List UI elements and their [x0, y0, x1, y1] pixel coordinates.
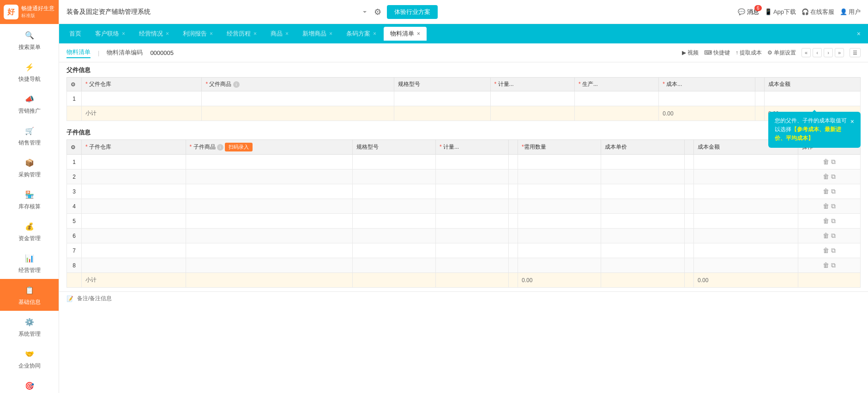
parent-warehouse-cell[interactable] [82, 91, 202, 106]
delete-row-btn[interactable]: 🗑 [823, 158, 829, 166]
child-unit-cell[interactable] [436, 155, 509, 169]
child-totalcost-cell[interactable] [693, 155, 798, 169]
sidebar-item-quicknav[interactable]: ⚡ 快捷导航 [0, 56, 59, 88]
child-product-cell[interactable] [186, 214, 352, 229]
child-th-settings[interactable]: ⚙ [67, 140, 82, 155]
child-unit-cell[interactable] [436, 214, 509, 229]
sidebar-item-finance[interactable]: 💰 资金管理 [0, 215, 59, 247]
child-warehouse-cell[interactable] [82, 229, 186, 243]
child-qty-cell[interactable] [518, 184, 601, 199]
parent-prod-cell[interactable] [574, 91, 658, 106]
child-qty-cell[interactable] [518, 169, 601, 184]
delete-row-btn[interactable]: 🗑 [823, 173, 829, 181]
delete-row-btn[interactable]: 🗑 [823, 217, 829, 225]
child-unit-cell[interactable] [436, 229, 509, 243]
child-info-icon[interactable]: i [217, 144, 223, 151]
sidebar-item-purchase[interactable]: 📦 采购管理 [0, 151, 59, 183]
child-qty-cell[interactable] [518, 258, 601, 273]
close-customer-tab[interactable]: × [122, 30, 125, 37]
tab-home[interactable]: 首页 [63, 27, 88, 41]
sidebar-item-collaboration[interactable]: 🤝 企业协同 [0, 343, 59, 375]
child-unitprice-cell[interactable] [601, 199, 684, 214]
child-warehouse-cell[interactable] [82, 199, 186, 214]
child-totalcost-cell[interactable] [693, 229, 798, 243]
child-warehouse-cell[interactable] [82, 169, 186, 184]
close-all-tabs-btn[interactable]: × [853, 28, 864, 39]
extract-cost-btn[interactable]: ↑ 提取成本 [735, 49, 762, 57]
sidebar-item-sales[interactable]: 🛒 销售管理 [0, 120, 59, 151]
child-product-cell[interactable] [186, 155, 352, 169]
delete-row-btn[interactable]: 🗑 [823, 247, 829, 254]
copy-row-btn[interactable]: ⧉ [831, 187, 836, 195]
tab-barcode[interactable]: 条码方案 × [340, 27, 383, 41]
delete-row-btn[interactable]: 🗑 [823, 232, 829, 240]
prev-page-btn[interactable]: ‹ [813, 48, 822, 57]
copy-row-btn[interactable]: ⧉ [831, 261, 836, 269]
child-unitprice-cell[interactable] [601, 258, 684, 273]
child-spec-cell[interactable] [352, 169, 435, 184]
child-spec-cell[interactable] [352, 258, 435, 273]
child-spec-cell[interactable] [352, 155, 435, 169]
sidebar-item-marketing[interactable]: 📣 营销推广 [0, 88, 59, 120]
child-qty-cell[interactable] [518, 199, 601, 214]
tab-profit[interactable]: 利润报告 × [176, 27, 219, 41]
child-totalcost-cell[interactable] [693, 214, 798, 229]
sidebar-item-basic-info[interactable]: 📋 基础信息 [0, 279, 59, 311]
child-spec-cell[interactable] [352, 199, 435, 214]
parent-unit-cell[interactable] [490, 91, 574, 106]
parent-spec-cell[interactable] [394, 91, 490, 106]
child-warehouse-cell[interactable] [82, 243, 186, 258]
close-operations-tab[interactable]: × [166, 30, 169, 37]
copy-row-btn[interactable]: ⧉ [831, 173, 836, 181]
child-qty-cell[interactable] [518, 214, 601, 229]
shortcut-btn[interactable]: ⌨ 快捷键 [704, 49, 730, 57]
single-settings-btn[interactable]: ⚙ 单据设置 [767, 49, 796, 57]
child-qty-cell[interactable] [518, 155, 601, 169]
tab-customer[interactable]: 客户联络 × [89, 27, 132, 41]
tab-bom[interactable]: 物料清单 × [384, 27, 427, 41]
child-unitprice-cell[interactable] [601, 184, 684, 199]
sidebar-item-search[interactable]: 🔍 搜索菜单 [0, 24, 59, 56]
child-spec-cell[interactable] [352, 184, 435, 199]
child-unitprice-cell[interactable] [601, 243, 684, 258]
parent-product-cell[interactable] [202, 91, 394, 106]
parent-cost-cell[interactable] [659, 91, 755, 106]
child-unit-cell[interactable] [436, 243, 509, 258]
child-totalcost-cell[interactable] [693, 169, 798, 184]
child-unit-cell[interactable] [436, 169, 509, 184]
copy-row-btn[interactable]: ⧉ [831, 202, 836, 210]
child-product-cell[interactable] [186, 169, 352, 184]
child-spec-cell[interactable] [352, 243, 435, 258]
child-unitprice-cell[interactable] [601, 155, 684, 169]
sidebar-item-guide[interactable]: 🎯 新手引导 [0, 375, 59, 393]
trial-btn[interactable]: 体验行业方案 [387, 5, 438, 19]
delete-row-btn[interactable]: 🗑 [823, 261, 829, 269]
child-unitprice-cell[interactable] [601, 169, 684, 184]
copy-row-btn[interactable]: ⧉ [831, 217, 836, 225]
sidebar-item-inventory[interactable]: 🏪 库存核算 [0, 183, 59, 215]
child-product-cell[interactable] [186, 243, 352, 258]
close-history-tab[interactable]: × [253, 30, 257, 37]
tooltip-close-btn[interactable]: × [850, 116, 854, 127]
parent-costamt-cell[interactable] [764, 91, 860, 106]
settings-gear-icon[interactable]: ⚙ [374, 7, 381, 17]
child-unitprice-cell[interactable] [601, 229, 684, 243]
info-icon[interactable]: i [233, 81, 240, 88]
app-download-btn[interactable]: 📱 App下载 [765, 8, 796, 16]
child-spec-cell[interactable] [352, 214, 435, 229]
copy-row-btn[interactable]: ⧉ [831, 158, 836, 166]
child-unit-cell[interactable] [436, 258, 509, 273]
child-warehouse-cell[interactable] [82, 258, 186, 273]
menu-view-btn[interactable]: ☰ [850, 48, 861, 57]
child-qty-cell[interactable] [518, 229, 601, 243]
child-unit-cell[interactable] [436, 199, 509, 214]
sidebar-item-system[interactable]: ⚙️ 系统管理 [0, 311, 59, 343]
child-warehouse-cell[interactable] [82, 155, 186, 169]
child-unit-cell[interactable] [436, 184, 509, 199]
close-bom-tab[interactable]: × [417, 30, 420, 37]
close-goods-tab[interactable]: × [285, 30, 289, 37]
child-totalcost-cell[interactable] [693, 258, 798, 273]
child-totalcost-cell[interactable] [693, 199, 798, 214]
subtab-bom-code[interactable]: 物料清单编码 [107, 48, 143, 58]
sidebar-item-operations[interactable]: 📊 经营管理 [0, 247, 59, 279]
